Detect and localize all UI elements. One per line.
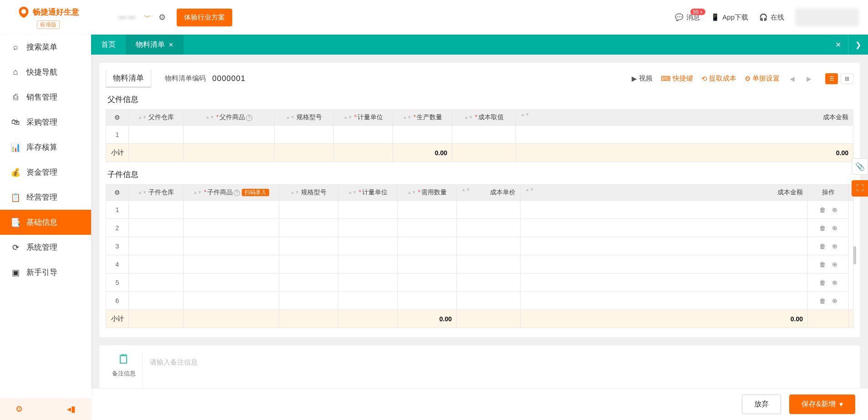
table-row[interactable]: 3🗑⊕: [106, 237, 853, 255]
delete-row-icon[interactable]: 🗑: [819, 243, 826, 250]
cell[interactable]: [338, 292, 398, 310]
col-child-wh[interactable]: ▲▼子件仓库: [129, 185, 184, 201]
settings-icon[interactable]: ⚙: [15, 404, 23, 414]
fullscreen-button[interactable]: ⛶: [852, 180, 868, 197]
nav-next[interactable]: ▶: [805, 75, 813, 82]
cell[interactable]: [457, 255, 521, 273]
col-parent-costsrc[interactable]: ▲▼*成本取值: [452, 110, 516, 126]
app-download-button[interactable]: 📱 App下载: [711, 13, 748, 22]
action-doc-settings[interactable]: ⚙单据设置: [745, 74, 780, 83]
cell[interactable]: [184, 255, 279, 273]
collapse-icon[interactable]: ◂▮: [67, 404, 76, 414]
cell[interactable]: [184, 126, 275, 144]
col-parent-unit[interactable]: ▲▼*计量单位: [334, 110, 393, 126]
chevron-down-icon[interactable]: ﹀: [144, 13, 151, 22]
attachment-button[interactable]: 📎: [852, 158, 868, 175]
action-shortcut[interactable]: ⌨快捷键: [661, 74, 693, 83]
table-row[interactable]: 1🗑⊕: [106, 201, 853, 219]
cell[interactable]: [279, 219, 338, 237]
cell[interactable]: [129, 219, 184, 237]
tab-home[interactable]: 首页: [91, 35, 126, 55]
add-row-icon[interactable]: ⊕: [832, 261, 837, 268]
cell[interactable]: [521, 219, 808, 237]
action-extract-cost[interactable]: ⟲提取成本: [701, 74, 736, 83]
sidebar-item-guide[interactable]: ▣新手引导: [0, 260, 91, 285]
discard-button[interactable]: 放弃: [742, 395, 781, 414]
cell[interactable]: [457, 273, 521, 292]
table-row[interactable]: 2🗑⊕: [106, 219, 853, 237]
col-child-price[interactable]: ▲▼成本单价: [457, 185, 521, 201]
close-icon[interactable]: ✕: [168, 41, 174, 48]
col-parent-spec[interactable]: ▲▼规格型号: [275, 110, 334, 126]
cell[interactable]: [184, 273, 279, 292]
table-scrollbar[interactable]: [849, 201, 853, 310]
col-child-spec[interactable]: ▲▼规格型号: [279, 185, 338, 201]
delete-row-icon[interactable]: 🗑: [819, 206, 826, 213]
add-row-icon[interactable]: ⊕: [832, 279, 837, 286]
cell[interactable]: [184, 219, 279, 237]
add-row-icon[interactable]: ⊕: [832, 224, 837, 232]
online-support-button[interactable]: 🎧 在线: [759, 13, 784, 22]
cta-button[interactable]: 体验行业方案: [177, 9, 232, 26]
delete-row-icon[interactable]: 🗑: [819, 279, 826, 286]
table-row[interactable]: 1: [106, 126, 853, 144]
table-row[interactable]: 4🗑⊕: [106, 255, 853, 273]
cell[interactable]: [452, 126, 516, 144]
doc-tab[interactable]: 物料清单: [106, 69, 151, 88]
cell[interactable]: [338, 201, 398, 219]
cell[interactable]: [279, 255, 338, 273]
cell[interactable]: [129, 237, 184, 255]
cell[interactable]: [521, 201, 808, 219]
add-row-icon[interactable]: ⊕: [832, 206, 837, 213]
info-icon[interactable]: ?: [234, 190, 240, 196]
col-gear[interactable]: ⚙: [106, 110, 129, 126]
cell[interactable]: [129, 201, 184, 219]
cell[interactable]: [338, 237, 398, 255]
table-row[interactable]: 5🗑⊕: [106, 273, 853, 292]
cell[interactable]: [275, 126, 334, 144]
sidebar-item-inventory[interactable]: 📊库存核算: [0, 135, 91, 160]
cell[interactable]: [279, 201, 338, 219]
sidebar-item-search[interactable]: ⌕搜索菜单: [0, 35, 91, 60]
cell[interactable]: [393, 126, 452, 144]
table-row[interactable]: 6🗑⊕: [106, 292, 853, 310]
col-parent-item[interactable]: ▲▼*父件商品?: [184, 110, 275, 126]
cell[interactable]: [521, 237, 808, 255]
cell[interactable]: [279, 273, 338, 292]
tab-bom[interactable]: 物料清单 ✕: [126, 35, 184, 55]
org-selector[interactable]: — —: [118, 13, 135, 21]
col-parent-qty[interactable]: ▲▼*生产数量: [393, 110, 452, 126]
col-child-unit[interactable]: ▲▼*计量单位: [338, 185, 398, 201]
cell[interactable]: [521, 255, 808, 273]
cell[interactable]: [334, 126, 393, 144]
save-new-button[interactable]: 保存&新增 ▾: [789, 395, 855, 414]
cell[interactable]: [338, 255, 398, 273]
cell[interactable]: [129, 292, 184, 310]
cell[interactable]: [279, 237, 338, 255]
col-child-item[interactable]: ▲▼*子件商品?扫码录入: [184, 185, 279, 201]
view-list-button[interactable]: ☰: [825, 73, 838, 84]
add-row-icon[interactable]: ⊕: [832, 297, 837, 304]
cell[interactable]: [279, 292, 338, 310]
tabs-close-all[interactable]: ✕: [828, 35, 848, 55]
user-avatar[interactable]: [795, 8, 859, 26]
sidebar-item-system[interactable]: ⟳系统管理: [0, 235, 91, 260]
cell[interactable]: [129, 255, 184, 273]
delete-row-icon[interactable]: 🗑: [819, 261, 826, 268]
cell[interactable]: [516, 126, 853, 144]
cell[interactable]: [398, 219, 457, 237]
cell[interactable]: [184, 292, 279, 310]
scan-tag[interactable]: 扫码录入: [242, 189, 269, 196]
cell[interactable]: [521, 292, 808, 310]
remark-input[interactable]: [142, 352, 853, 388]
sidebar-item-sales[interactable]: ⎙销售管理: [0, 85, 91, 110]
view-card-button[interactable]: ⊞: [841, 73, 853, 84]
col-gear[interactable]: ⚙: [106, 185, 129, 201]
tabs-expand[interactable]: ❯: [848, 35, 868, 55]
info-icon[interactable]: ?: [246, 115, 252, 121]
col-child-amount[interactable]: ▲▼成本金额: [521, 185, 808, 201]
cell[interactable]: [457, 237, 521, 255]
add-row-icon[interactable]: ⊕: [832, 243, 837, 250]
cell[interactable]: [521, 273, 808, 292]
cell[interactable]: [338, 219, 398, 237]
